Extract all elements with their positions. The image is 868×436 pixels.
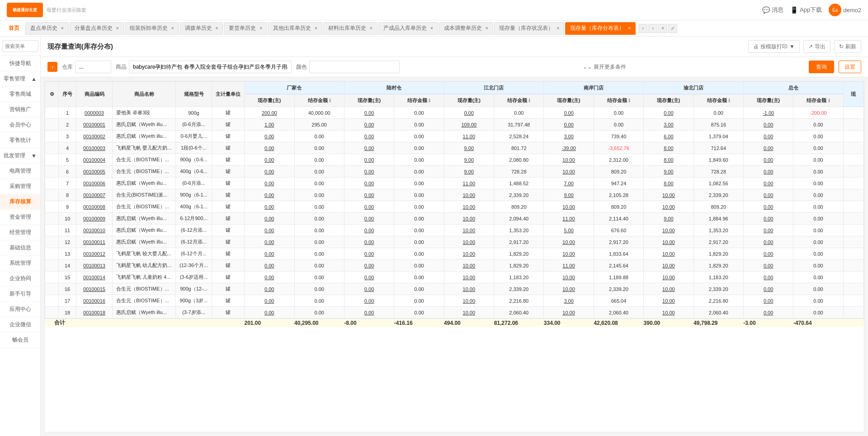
cell-yb-qty[interactable]: 6.00 bbox=[644, 131, 694, 142]
tab-2-close[interactable]: × bbox=[171, 26, 174, 31]
cell-cj-qty[interactable]: 0.00 bbox=[245, 189, 295, 201]
cell-cj-qty[interactable]: 0.00 bbox=[245, 142, 295, 154]
cell-cj-qty[interactable]: 200.00 bbox=[245, 107, 295, 119]
cell-code[interactable]: 00100005 bbox=[76, 166, 113, 178]
cell-na-qty[interactable]: 5.00 bbox=[544, 225, 594, 236]
nav-close-all[interactable]: × bbox=[658, 24, 667, 33]
cell-na-qty[interactable]: 11.00 bbox=[544, 260, 594, 272]
tab-1[interactable]: 分量盘点单历史 × bbox=[70, 22, 124, 35]
cell-cj-qty[interactable]: 0.00 bbox=[245, 154, 295, 166]
cell-code[interactable]: 00100008 bbox=[76, 201, 113, 213]
cell-na-qty[interactable]: 10.00 bbox=[544, 166, 594, 178]
cell-jb-qty[interactable]: 10.00 bbox=[444, 248, 494, 260]
cell-code[interactable]: 0000003 bbox=[76, 107, 113, 119]
cell-na-qty[interactable]: 3.00 bbox=[544, 131, 594, 142]
th-settings[interactable]: ⚙ bbox=[45, 82, 59, 107]
nav-expand[interactable]: ⤢ bbox=[668, 24, 677, 33]
cell-yb-qty[interactable]: 3.00 bbox=[644, 119, 694, 131]
nav-prev[interactable]: ‹ bbox=[638, 24, 647, 33]
cell-yb-qty[interactable]: 10.00 bbox=[644, 225, 694, 236]
cell-jb-qty[interactable]: 11.00 bbox=[444, 131, 494, 142]
warehouse-input[interactable] bbox=[75, 61, 111, 73]
tab-0[interactable]: 盘点单历史 × bbox=[25, 22, 69, 35]
cell-code[interactable]: 00100007 bbox=[76, 189, 113, 201]
print-button[interactable]: 🖨 按模版打印 ▼ bbox=[748, 40, 800, 53]
search-input[interactable] bbox=[2, 40, 38, 52]
cell-total-qty[interactable]: 0.00 bbox=[743, 260, 793, 272]
cell-lc-qty[interactable]: 0.00 bbox=[344, 119, 394, 131]
cell-jb-qty[interactable]: 10.00 bbox=[444, 236, 494, 248]
cell-total-qty[interactable]: 0.00 bbox=[743, 307, 793, 319]
cell-yb-qty[interactable]: 8.00 bbox=[644, 178, 694, 189]
tab-9-close[interactable]: × bbox=[557, 26, 560, 31]
tab-8-close[interactable]: × bbox=[486, 26, 488, 31]
cell-jb-qty[interactable]: 11.00 bbox=[444, 178, 494, 189]
cell-cj-qty[interactable]: 0.00 bbox=[245, 307, 295, 319]
cell-jb-qty[interactable]: 10.00 bbox=[444, 189, 494, 201]
cell-code[interactable]: 00100003 bbox=[76, 142, 113, 154]
cell-cj-qty[interactable]: 0.00 bbox=[245, 178, 295, 189]
cell-code[interactable]: 00100009 bbox=[76, 213, 113, 225]
cell-cj-qty[interactable]: 0.00 bbox=[245, 166, 295, 178]
tab-4[interactable]: 要货单历史 × bbox=[224, 22, 267, 35]
tab-1-close[interactable]: × bbox=[116, 26, 119, 31]
color-input[interactable] bbox=[309, 61, 400, 73]
sidebar-item-wechat[interactable]: 企业微信 bbox=[0, 317, 40, 333]
cell-na-qty[interactable]: 10.00 bbox=[544, 154, 594, 166]
cell-yb-qty[interactable]: 10.00 bbox=[644, 272, 694, 283]
user-item[interactable]: Ea demo2 bbox=[829, 4, 861, 16]
sidebar-item-vip[interactable]: 畅会员 bbox=[0, 333, 40, 348]
cell-lc-qty[interactable]: 0.00 bbox=[344, 107, 394, 119]
goods-input[interactable] bbox=[129, 61, 292, 73]
tab-10-close[interactable]: × bbox=[628, 26, 631, 31]
cell-na-qty[interactable]: -39.00 bbox=[544, 142, 594, 154]
info-icon-cj[interactable]: ℹ bbox=[329, 98, 331, 103]
tab-7-close[interactable]: × bbox=[430, 26, 433, 31]
cell-code[interactable]: 00100014 bbox=[76, 272, 113, 283]
tab-2[interactable]: 组装拆卸单历史 × bbox=[125, 22, 179, 35]
cell-total-qty[interactable]: 0.00 bbox=[743, 166, 793, 178]
cell-jb-qty[interactable]: 9.00 bbox=[444, 142, 494, 154]
cell-lc-qty[interactable]: 0.00 bbox=[344, 283, 394, 295]
cell-total-qty[interactable]: 0.00 bbox=[743, 119, 793, 131]
tab-3-close[interactable]: × bbox=[216, 26, 218, 31]
cell-na-qty[interactable]: 0.00 bbox=[544, 107, 594, 119]
info-icon-na[interactable]: ℹ bbox=[628, 98, 630, 103]
cell-total-qty[interactable]: 0.00 bbox=[743, 189, 793, 201]
info-icon-yb[interactable]: ℹ bbox=[728, 98, 730, 103]
sidebar-item-finance[interactable]: 资金管理 bbox=[0, 210, 40, 225]
cell-cj-qty[interactable]: 0.00 bbox=[245, 201, 295, 213]
tab-5-close[interactable]: × bbox=[315, 26, 317, 31]
sidebar-item-appcenter[interactable]: 应用中心 bbox=[0, 302, 40, 317]
sidebar-item-basic[interactable]: 基础信息 bbox=[0, 240, 40, 256]
info-icon-jb[interactable]: ℹ bbox=[528, 98, 530, 103]
tab-6-close[interactable]: × bbox=[370, 26, 373, 31]
cell-yb-qty[interactable]: 10.00 bbox=[644, 283, 694, 295]
expand-button[interactable]: ⌄⌄ 展开更多条件 bbox=[583, 63, 626, 71]
cell-jb-qty[interactable]: 109.00 bbox=[444, 119, 494, 131]
cell-total-qty[interactable]: 0.00 bbox=[743, 131, 793, 142]
cell-lc-qty[interactable]: 0.00 bbox=[344, 154, 394, 166]
cell-yb-qty[interactable]: 8.00 bbox=[644, 154, 694, 166]
query-button[interactable]: 查询 bbox=[809, 61, 834, 73]
export-button[interactable]: ↗ 导出 bbox=[803, 40, 830, 53]
cell-jb-qty[interactable]: 9.00 bbox=[444, 166, 494, 178]
sidebar-item-ecommerce[interactable]: 电商管理 bbox=[0, 164, 40, 179]
cell-lc-qty[interactable]: 0.00 bbox=[344, 236, 394, 248]
sidebar-item-system[interactable]: 系统管理 bbox=[0, 256, 40, 271]
cell-total-qty[interactable]: 0.00 bbox=[743, 283, 793, 295]
cell-yb-qty[interactable]: 10.00 bbox=[644, 295, 694, 307]
cell-yb-qty[interactable]: 9.00 bbox=[644, 213, 694, 225]
tab-8[interactable]: 成本调整单历史 × bbox=[439, 22, 493, 35]
cell-jb-qty[interactable]: 10.00 bbox=[444, 307, 494, 319]
cell-lc-qty[interactable]: 0.00 bbox=[344, 142, 394, 154]
cell-total-qty[interactable]: 0.00 bbox=[743, 248, 793, 260]
cell-code[interactable]: 00100004 bbox=[76, 154, 113, 166]
cell-total-qty[interactable]: 0.00 bbox=[743, 295, 793, 307]
cell-cj-qty[interactable]: 0.00 bbox=[245, 236, 295, 248]
cell-code[interactable]: 00100001 bbox=[76, 119, 113, 131]
cell-cj-qty[interactable]: 0.00 bbox=[245, 260, 295, 272]
cell-total-qty[interactable]: 0.00 bbox=[743, 236, 793, 248]
cell-lc-qty[interactable]: 0.00 bbox=[344, 189, 394, 201]
cell-na-qty[interactable]: 10.00 bbox=[544, 307, 594, 319]
